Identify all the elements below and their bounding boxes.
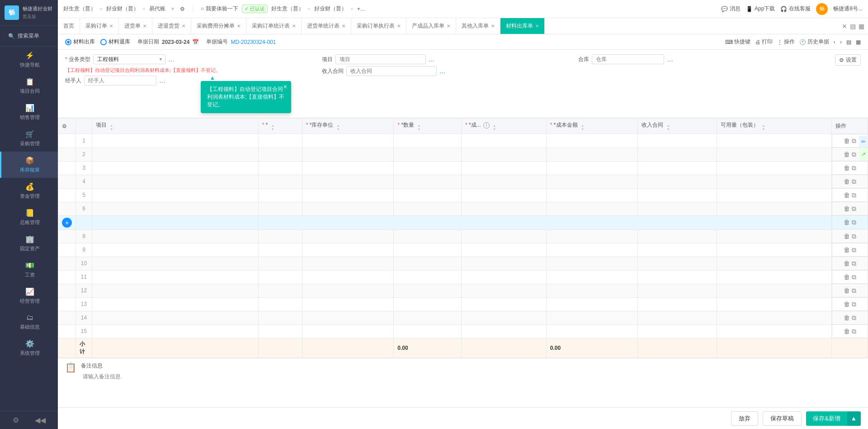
row-available-qty[interactable] bbox=[717, 284, 832, 297]
income-contract-more-icon[interactable]: … bbox=[439, 67, 446, 75]
row-cost-price[interactable] bbox=[461, 324, 546, 338]
prev-record-button[interactable]: ‹ bbox=[834, 39, 835, 45]
col-cost-amount[interactable]: *成本金额 ▲▼ bbox=[546, 119, 638, 134]
row-cost-amount[interactable] bbox=[546, 202, 638, 215]
row-cell-input[interactable] bbox=[96, 219, 255, 226]
row-available-qty[interactable] bbox=[717, 229, 832, 243]
col-settings[interactable]: ⚙ bbox=[58, 119, 76, 134]
nav-haoishengyi2[interactable]: 好生意（普） bbox=[271, 5, 304, 13]
row-settings[interactable] bbox=[58, 175, 76, 188]
row-unit[interactable] bbox=[302, 270, 394, 284]
row-quantity[interactable] bbox=[394, 270, 462, 284]
col-available-qty[interactable]: 可用量（包装） ▲▼ bbox=[717, 119, 832, 134]
save-new-main-button[interactable]: 保存&新增 bbox=[806, 411, 847, 426]
tab-close-icon[interactable]: ✕ bbox=[397, 24, 401, 29]
row-material[interactable] bbox=[258, 284, 302, 297]
row-project[interactable] bbox=[92, 257, 259, 270]
tooltip-close-button[interactable]: ✕ bbox=[283, 84, 288, 90]
tab-purchase-expense[interactable]: 采购费用分摊单 ✕ bbox=[191, 18, 246, 34]
copy-row-button[interactable]: ⧉ bbox=[852, 287, 856, 295]
sidebar-item-inventory[interactable]: 📦 库存核算 bbox=[0, 152, 58, 178]
row-cost-price[interactable] bbox=[461, 243, 546, 257]
col-cost-price[interactable]: *成... i ▲▼ bbox=[461, 119, 546, 134]
row-project[interactable] bbox=[92, 175, 259, 188]
sidebar-settings-button[interactable]: ⚙ bbox=[13, 416, 19, 424]
row-unit[interactable] bbox=[302, 134, 394, 148]
row-settings[interactable] bbox=[58, 257, 76, 270]
row-material[interactable] bbox=[258, 134, 302, 148]
row-cost-price[interactable] bbox=[461, 284, 546, 297]
row-unit[interactable] bbox=[302, 175, 394, 188]
sidebar-item-basic-info[interactable]: 🗂 基础信息 bbox=[0, 309, 58, 335]
row-available-qty[interactable] bbox=[717, 134, 832, 148]
row-income-contract[interactable] bbox=[638, 297, 717, 311]
row-unit[interactable] bbox=[302, 284, 394, 297]
delete-row-button[interactable]: 🗑 bbox=[844, 260, 850, 267]
row-cost-amount[interactable] bbox=[546, 175, 638, 188]
nav-yidaizhang[interactable]: 易代账 bbox=[149, 5, 165, 13]
history-button[interactable]: 🕐 历史单据 bbox=[799, 38, 829, 46]
close-all-tabs-button[interactable]: ✕ bbox=[842, 23, 847, 30]
col-project[interactable]: 项目 ▲▼ bbox=[92, 119, 259, 134]
col-income-contract[interactable]: 收入合同 ▲▼ bbox=[638, 119, 717, 134]
row-settings[interactable] bbox=[58, 324, 76, 338]
row-settings[interactable] bbox=[58, 243, 76, 257]
print-button[interactable]: 🖨 打印 bbox=[755, 38, 773, 46]
row-unit[interactable] bbox=[302, 202, 394, 215]
row-material[interactable] bbox=[258, 324, 302, 338]
row-settings[interactable] bbox=[58, 161, 76, 175]
delete-row-button[interactable]: 🗑 bbox=[844, 219, 850, 226]
row-project[interactable] bbox=[92, 134, 259, 148]
row-available-qty[interactable] bbox=[717, 202, 832, 215]
delete-row-button[interactable]: 🗑 bbox=[844, 205, 850, 212]
handler-more-icon[interactable]: … bbox=[159, 77, 165, 84]
row-cell-input[interactable] bbox=[80, 219, 88, 226]
row-cost-price[interactable] bbox=[461, 175, 546, 188]
row-material[interactable] bbox=[258, 297, 302, 311]
copy-row-button[interactable]: ⧉ bbox=[852, 233, 856, 240]
delete-row-button[interactable]: 🗑 bbox=[844, 300, 850, 308]
warehouse-input[interactable] bbox=[592, 54, 664, 64]
radio-material-return[interactable]: 材料退库 bbox=[100, 38, 130, 46]
row-cost-price[interactable] bbox=[461, 229, 546, 243]
right-panel-btn-1[interactable]: ✏ bbox=[859, 136, 868, 148]
row-available-qty[interactable] bbox=[717, 270, 832, 284]
copy-row-button[interactable]: ⧉ bbox=[852, 219, 856, 226]
row-income-contract[interactable] bbox=[638, 257, 717, 270]
row-material[interactable] bbox=[258, 243, 302, 257]
copy-row-button[interactable]: ⧉ bbox=[852, 246, 856, 254]
row-unit[interactable] bbox=[302, 229, 394, 243]
shortcut-button[interactable]: ⌨ 快捷键 bbox=[725, 38, 750, 46]
row-available-qty[interactable] bbox=[717, 161, 832, 175]
tab-other-receipt[interactable]: 其他入库单 ✕ bbox=[456, 18, 500, 34]
col-unit[interactable]: *库存单位 ▲▼ bbox=[302, 119, 394, 134]
row-cost-amount[interactable] bbox=[546, 257, 638, 270]
settings-button[interactable]: ⚙ 设置 bbox=[835, 54, 861, 66]
add-row-button[interactable]: + bbox=[62, 218, 72, 228]
row-income-contract[interactable] bbox=[638, 202, 717, 215]
tab-purchase-receipt[interactable]: 进货单 ✕ bbox=[119, 18, 152, 34]
row-income-contract[interactable] bbox=[638, 229, 717, 243]
save-draft-button[interactable]: 保存草稿 bbox=[763, 411, 802, 426]
row-unit[interactable] bbox=[302, 243, 394, 257]
copy-row-button[interactable]: ⧉ bbox=[852, 178, 856, 186]
sidebar-item-quick-nav[interactable]: ⚡ 快捷导航 bbox=[0, 47, 58, 73]
row-material[interactable] bbox=[258, 229, 302, 243]
tab-close-icon[interactable]: ✕ bbox=[342, 24, 345, 29]
delete-row-button[interactable]: 🗑 bbox=[844, 191, 850, 199]
row-income-contract[interactable] bbox=[638, 175, 717, 188]
row-unit[interactable] bbox=[302, 324, 394, 338]
user-name[interactable]: 畅捷通8号... bbox=[833, 5, 863, 13]
warehouse-more-icon[interactable]: … bbox=[667, 56, 673, 63]
app-download-button[interactable]: 📱 App下载 bbox=[746, 5, 775, 13]
sidebar-item-purchase[interactable]: 🛒 采购管理 bbox=[0, 125, 58, 152]
row-quantity[interactable] bbox=[394, 284, 462, 297]
row-cost-price[interactable] bbox=[461, 188, 546, 202]
row-cost-price[interactable] bbox=[461, 161, 546, 175]
sidebar-item-operation[interactable]: 📈 经营管理 bbox=[0, 283, 58, 309]
row-settings[interactable] bbox=[58, 297, 76, 311]
row-unit[interactable] bbox=[302, 188, 394, 202]
row-available-qty[interactable] bbox=[717, 311, 832, 324]
business-type-input[interactable] bbox=[93, 54, 165, 64]
tab-layout-btn1[interactable]: ▤ bbox=[850, 23, 856, 30]
